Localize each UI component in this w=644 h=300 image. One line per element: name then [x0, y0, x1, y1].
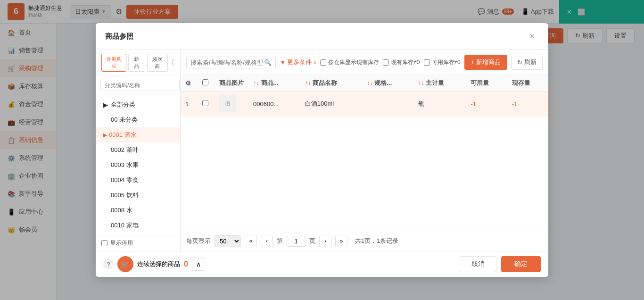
row-image-cell: 图 [215, 92, 248, 117]
sort-spec-icon: ↑↓ [367, 79, 373, 86]
product-table: ⚙ 商品图片 ↑↓ 商品... [181, 75, 548, 117]
product-table-wrap: ⚙ 商品图片 ↑↓ 商品... [181, 75, 548, 231]
page-label: 第 [277, 237, 283, 245]
dialog-close-button[interactable]: × [526, 30, 539, 43]
existing-stock-checkbox[interactable] [383, 59, 389, 66]
category-item-0004[interactable]: 0004 零食 [96, 173, 180, 188]
cat-arrow-placeholder: ▶ [103, 101, 109, 108]
table-header-name[interactable]: ↑↓ 商品名称 [300, 75, 362, 92]
table-row[interactable]: 1 图 000600... 白酒100ml [181, 92, 548, 117]
dialog-body: 近期购买 新品 频次高 《 🔍 ▶ [96, 50, 548, 251]
toolbar-right: + 新增商品 ↻ 刷新 [464, 55, 543, 70]
refresh-icon: ↻ [517, 59, 522, 66]
dialog: 商品参照 × 近期购买 新品 频次高 《 [96, 23, 548, 277]
collapse-selection-btn[interactable]: ∧ [192, 258, 205, 271]
sort-name-icon: ↑↓ [305, 79, 311, 86]
row-checkbox[interactable] [202, 100, 208, 106]
category-item-0002[interactable]: 0002 茶叶 [96, 142, 180, 158]
available-stock-checkbox-row: 可用库存≠0 [424, 58, 461, 67]
existing-stock-checkbox-row: 现有库存≠0 [383, 58, 420, 67]
page-size-select[interactable]: 50 100 200 [215, 235, 241, 247]
dialog-footer: ? 🛒 连续选择的商品 0 ∧ 取消 确定 [96, 251, 548, 277]
category-item-all[interactable]: ▶ 全部分类 [96, 97, 180, 112]
table-header-settings[interactable]: ⚙ [181, 75, 198, 92]
warehouse-label: 按仓库显示现有库存 [328, 58, 379, 67]
page-size-label: 每页显示 [186, 237, 211, 245]
row-available: -1 [466, 92, 507, 117]
footer-left: ? 🛒 连续选择的商品 0 ∧ [103, 256, 205, 272]
footer-right: 取消 确定 [460, 256, 541, 272]
row-name: 白酒100ml [300, 92, 362, 117]
available-stock-label: 可用库存≠0 [432, 58, 461, 67]
category-item-0001[interactable]: ▶ 0001 酒水 [96, 127, 180, 142]
category-nav-btns: 近期购买 新品 频次高 [101, 54, 168, 72]
row-code: 000600... [248, 92, 300, 117]
prev-page-btn[interactable]: ‹ [261, 235, 273, 247]
table-header-stock: 现存量 [507, 75, 548, 92]
table-header-available: 可用量 [466, 75, 507, 92]
right-panel: 🔍 ▼ 更多条件 ∧ 按仓库显示现有库存 [181, 50, 548, 251]
add-product-btn[interactable]: + 新增商品 [464, 55, 507, 70]
modal-overlay: 商品参照 × 近期购买 新品 频次高 《 [0, 0, 644, 300]
cart-selected-prefix: 连续选择的商品 [137, 260, 180, 268]
page-number-input[interactable] [287, 236, 305, 247]
row-checkbox-cell[interactable] [198, 92, 215, 117]
filter-icon: ▼ [280, 59, 286, 66]
table-settings-icon[interactable]: ⚙ [185, 80, 191, 87]
row-spec [362, 92, 413, 117]
recent-purchase-btn[interactable]: 近期购买 [101, 54, 126, 72]
dialog-header: 商品参照 × [96, 23, 548, 50]
row-index: 1 [181, 92, 198, 117]
filter-chevron: ∧ [313, 60, 316, 65]
help-button[interactable]: ? [103, 259, 114, 269]
table-header-check[interactable] [198, 75, 215, 92]
row-stock: -1 [507, 92, 548, 117]
dialog-title: 商品参照 [105, 32, 133, 41]
category-item-0005[interactable]: 0005 饮料 [96, 188, 180, 203]
search-input-wrap: 🔍 [186, 57, 276, 68]
show-disabled-row: 显示停用 [96, 235, 180, 251]
confirm-button[interactable]: 确定 [501, 256, 541, 272]
category-search-row: 🔍 [96, 76, 180, 95]
cart-button[interactable]: 🛒 [117, 256, 133, 272]
category-header: 近期购买 新品 频次高 《 [96, 50, 180, 76]
search-toolbar: 🔍 ▼ 更多条件 ∧ 按仓库显示现有库存 [181, 50, 548, 75]
refresh-btn[interactable]: ↻ 刷新 [511, 55, 543, 70]
category-item-0010[interactable]: 0010 家电 [96, 218, 180, 233]
existing-stock-label: 现有库存≠0 [391, 58, 420, 67]
category-item-uncategorized[interactable]: 00 未分类 [96, 112, 180, 127]
sort-icon: ↑↓ [253, 79, 259, 86]
table-header-spec[interactable]: ↑↓ 规格... [362, 75, 413, 92]
warehouse-checkbox[interactable] [320, 59, 326, 66]
page-suffix: 页 [309, 237, 315, 245]
category-list: ▶ 全部分类 00 未分类 ▶ 0001 酒水 [96, 95, 180, 235]
category-panel: 近期购买 新品 频次高 《 🔍 ▶ [96, 50, 181, 251]
last-page-btn[interactable]: » [335, 235, 347, 247]
table-header-unit[interactable]: ↑↓ 主计量 [413, 75, 466, 92]
category-item-0008[interactable]: 0008 水 [96, 203, 180, 218]
next-page-btn[interactable]: › [319, 235, 331, 247]
page-total: 共1页，1条记录 [355, 237, 398, 245]
show-disabled-label: 显示停用 [110, 239, 133, 247]
first-page-btn[interactable]: « [245, 235, 257, 247]
new-product-btn[interactable]: 新品 [128, 54, 145, 72]
cat-active-arrow: ▶ [103, 132, 107, 138]
frequent-btn[interactable]: 频次高 [147, 54, 168, 72]
category-search-input[interactable] [100, 80, 180, 91]
product-image: 图 [219, 95, 236, 112]
product-search-input[interactable] [190, 59, 264, 66]
filter-btn[interactable]: ▼ 更多条件 ∧ [280, 58, 316, 67]
collapse-panel-btn[interactable]: 《 [168, 58, 174, 67]
show-disabled-checkbox[interactable] [101, 240, 107, 246]
category-item-0003[interactable]: 0003 水果 [96, 158, 180, 173]
table-header-code[interactable]: ↑↓ 商品... [248, 75, 300, 92]
row-unit: 瓶 [413, 92, 466, 117]
cart-selected-count: 0 [184, 260, 188, 268]
available-stock-checkbox[interactable] [424, 59, 430, 66]
table-select-all-checkbox[interactable] [202, 79, 208, 85]
table-header-image: 商品图片 [215, 75, 248, 92]
product-search-icon[interactable]: 🔍 [264, 59, 272, 66]
cancel-button[interactable]: 取消 [460, 256, 496, 272]
warehouse-checkbox-row: 按仓库显示现有库存 [320, 58, 379, 67]
pagination-row: 每页显示 50 100 200 « ‹ 第 页 › » 共1页，1条记 [181, 231, 548, 251]
